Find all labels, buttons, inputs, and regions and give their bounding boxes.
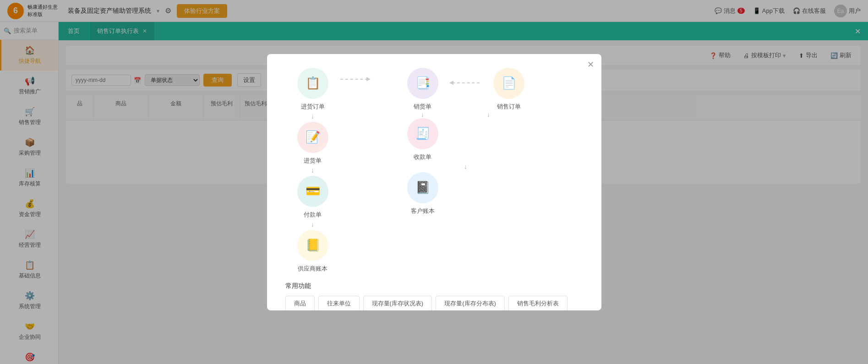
arrow-down-2: ↓ <box>311 167 314 174</box>
purchase-bill-label: 进货单 <box>304 157 322 165</box>
arrow-down-3: ↓ <box>311 221 314 228</box>
flow-node-receipt[interactable]: 🧾 收款单 <box>395 118 450 161</box>
spacer-1 <box>340 83 368 117</box>
common-functions-title: 常用功能 <box>285 282 583 290</box>
flow-connectors: ▶ <box>340 68 368 121</box>
modal-overlay[interactable]: ✕ 📋 进货订单 ↓ 📝 进货单 ↓ <box>0 0 868 364</box>
down-arrow-receipt: ↓ <box>438 163 493 170</box>
func-btn-product[interactable]: 商品 <box>285 296 315 310</box>
sale-bill-label: 销货单 <box>414 103 431 111</box>
flow-top-row: 📑 销货单 ▶ 📄 销售订单 <box>395 68 536 111</box>
sale-bill-circle: 📑 <box>407 68 438 99</box>
down-arrows-row: ↓ ↓ <box>395 111 536 118</box>
quick-nav-modal: ✕ 📋 进货订单 ↓ 📝 进货单 ↓ <box>267 54 601 310</box>
down-arrow-sale-bill: ↓ <box>395 111 450 118</box>
flow-node-purchase-order[interactable]: 📋 进货订单 <box>285 68 340 111</box>
receipt-circle: 🧾 <box>407 118 438 149</box>
sale-order-label: 销售订单 <box>497 103 521 111</box>
payment-circle: 💳 <box>297 176 328 207</box>
spacer-arrows <box>450 111 461 118</box>
purchase-order-circle: 📋 <box>297 68 328 99</box>
supplier-account-circle: 📒 <box>297 230 328 261</box>
func-buttons-row-1: 商品 往来单位 现存量(库存状况表) 现存量(库存分布表) 销售毛利分析表 商品… <box>285 296 583 310</box>
func-btn-stock-status[interactable]: 现存量(库存状况表) <box>363 296 432 310</box>
flow-node-sale-bill[interactable]: 📑 销货单 <box>395 68 450 111</box>
flow-node-customer-account[interactable]: 📓 客户账本 <box>395 172 450 215</box>
down-arrow-sale-order: ↓ <box>461 111 516 118</box>
sale-order-circle: 📄 <box>493 68 524 99</box>
func-btn-stock-dist[interactable]: 现存量(库存分布表) <box>436 296 505 310</box>
payment-label: 付款单 <box>304 211 322 219</box>
flow-node-payment[interactable]: 💳 付款单 <box>285 176 340 219</box>
flow-node-purchase-bill[interactable]: 📝 进货单 <box>285 122 340 165</box>
modal-close-button[interactable]: ✕ <box>587 60 594 70</box>
dashed-left-arrow: ▶ <box>452 82 480 83</box>
supplier-account-label: 供应商账本 <box>298 265 328 273</box>
flow-node-sale-order[interactable]: 📄 销售订单 <box>481 68 536 111</box>
flow-node-supplier-account[interactable]: 📒 供应商账本 <box>285 230 340 273</box>
flow-right-col: 📑 销货单 ▶ 📄 销售订单 <box>395 68 536 215</box>
customer-account-label: 客户账本 <box>411 207 435 215</box>
customer-account-circle: 📓 <box>407 172 438 203</box>
customer-row: 📓 客户账本 <box>395 172 536 215</box>
receipt-row: 🧾 收款单 <box>395 118 536 161</box>
flow-left-col: 📋 进货订单 ↓ 📝 进货单 ↓ 💳 付款单 ↓ <box>285 68 340 273</box>
h-arrow-1: ▶ <box>340 79 368 80</box>
common-functions: 常用功能 商品 往来单位 现存量(库存状况表) 现存量(库存分布表) 销售毛利分… <box>285 282 583 310</box>
flow-diagram: 📋 进货订单 ↓ 📝 进货单 ↓ 💳 付款单 ↓ <box>285 68 583 273</box>
purchase-bill-circle: 📝 <box>297 122 328 153</box>
purchase-order-label: 进货订单 <box>301 103 325 111</box>
arrow-down-1: ↓ <box>311 113 314 120</box>
func-btn-contacts[interactable]: 往来单位 <box>318 296 360 310</box>
func-btn-sales-profit[interactable]: 销售毛利分析表 <box>508 296 568 310</box>
receipt-label: 收款单 <box>414 153 431 161</box>
